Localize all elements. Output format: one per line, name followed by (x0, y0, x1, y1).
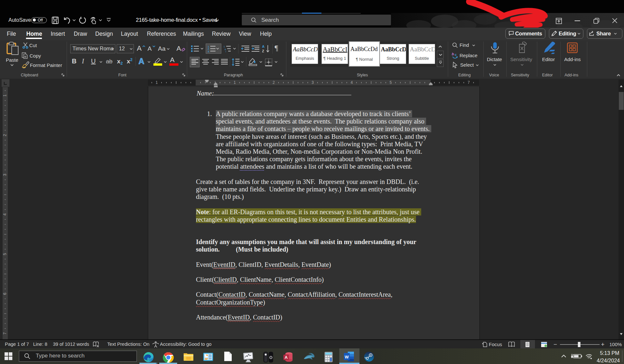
svg-text:Z: Z (262, 49, 264, 53)
svg-text:4: 4 (3, 213, 7, 215)
svg-text:2: 2 (3, 134, 7, 136)
svg-text:i: i (226, 50, 226, 52)
svg-text:7: 7 (3, 332, 7, 334)
svg-text:3: 3 (312, 80, 314, 85)
svg-text:c: c (455, 53, 457, 57)
svg-text:b: b (452, 52, 454, 56)
svg-text:2: 2 (208, 48, 209, 50)
svg-text:a: a (225, 48, 226, 50)
svg-text:A: A (285, 355, 288, 360)
svg-text:6: 6 (3, 292, 7, 295)
svg-text:2: 2 (273, 80, 275, 85)
svg-text:5: 5 (3, 253, 7, 255)
svg-text:3: 3 (208, 50, 209, 53)
svg-text:1: 1 (208, 46, 209, 48)
svg-text:W: W (345, 355, 349, 359)
svg-text:7: 7 (468, 80, 470, 85)
svg-text:1: 1 (234, 80, 236, 85)
svg-text:5: 5 (390, 80, 392, 85)
svg-text:1: 1 (3, 94, 7, 97)
svg-text:1: 1 (156, 80, 158, 85)
svg-text:4: 4 (351, 80, 353, 85)
svg-text:1: 1 (224, 46, 225, 48)
svg-text:3: 3 (3, 174, 7, 176)
svg-text:A: A (262, 45, 265, 48)
